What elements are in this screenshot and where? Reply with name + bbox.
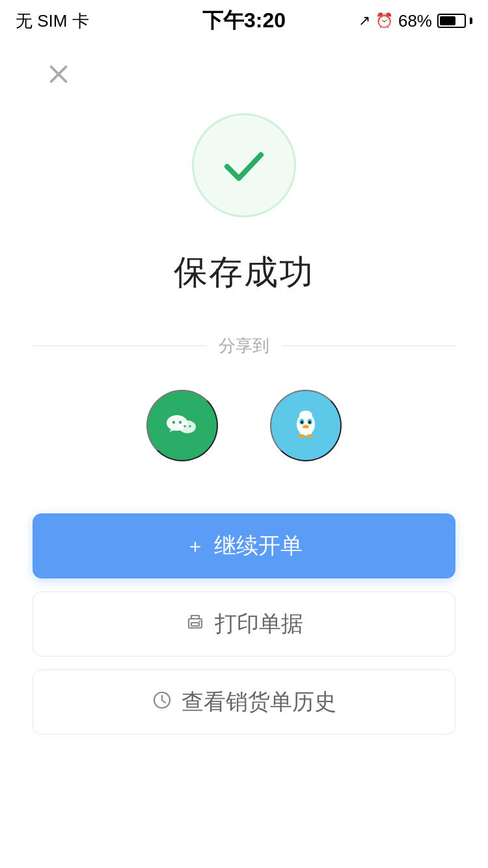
battery-icon: [437, 14, 472, 28]
continue-label: 继续开单: [214, 531, 303, 561]
svg-point-14: [308, 421, 311, 424]
share-label: 分享到: [219, 334, 269, 357]
divider-line-left: [33, 346, 206, 346]
history-label: 查看销货单历史: [182, 687, 336, 717]
svg-point-22: [199, 620, 200, 621]
plus-icon: ＋: [185, 533, 205, 560]
alarm-icon: ⏰: [375, 12, 393, 29]
battery-percent: 68%: [398, 11, 432, 31]
divider-line-right: [282, 346, 455, 346]
status-bar: 无 SIM 卡 下午3:20 ↗ ⏰ 68%: [0, 0, 488, 42]
success-icon-circle: [192, 113, 296, 217]
location-icon: ↗: [359, 12, 370, 29]
printer-icon: [185, 612, 206, 637]
main-content: 保存成功 分享到: [0, 42, 488, 735]
qq-icon: [286, 406, 325, 445]
svg-point-18: [299, 435, 305, 438]
svg-point-16: [299, 411, 312, 420]
clock-icon: [152, 690, 172, 715]
svg-point-8: [189, 425, 191, 427]
svg-point-5: [172, 421, 175, 424]
svg-point-13: [301, 421, 303, 424]
action-buttons: ＋ 继续开单 打印单据 查看销货单历史: [33, 513, 455, 735]
sim-label: 无 SIM 卡: [16, 10, 89, 33]
status-time: 下午3:20: [202, 7, 286, 35]
svg-point-7: [183, 425, 186, 427]
status-left: 无 SIM 卡: [16, 10, 96, 33]
share-divider: 分享到: [33, 334, 455, 357]
share-icons-row: [146, 390, 342, 461]
print-label: 打印单据: [215, 609, 303, 639]
success-title: 保存成功: [174, 250, 314, 295]
svg-point-19: [306, 435, 313, 438]
close-button[interactable]: [39, 55, 78, 94]
qq-share-button[interactable]: [270, 390, 342, 461]
wechat-share-button[interactable]: [146, 390, 218, 461]
print-button[interactable]: 打印单据: [33, 591, 455, 657]
wechat-icon: [163, 406, 202, 445]
checkmark-icon: [218, 139, 270, 191]
continue-button[interactable]: ＋ 继续开单: [33, 513, 455, 578]
svg-rect-21: [191, 623, 199, 626]
svg-point-6: [179, 421, 182, 424]
status-right: ↗ ⏰ 68%: [359, 11, 472, 31]
history-button[interactable]: 查看销货单历史: [33, 670, 455, 735]
